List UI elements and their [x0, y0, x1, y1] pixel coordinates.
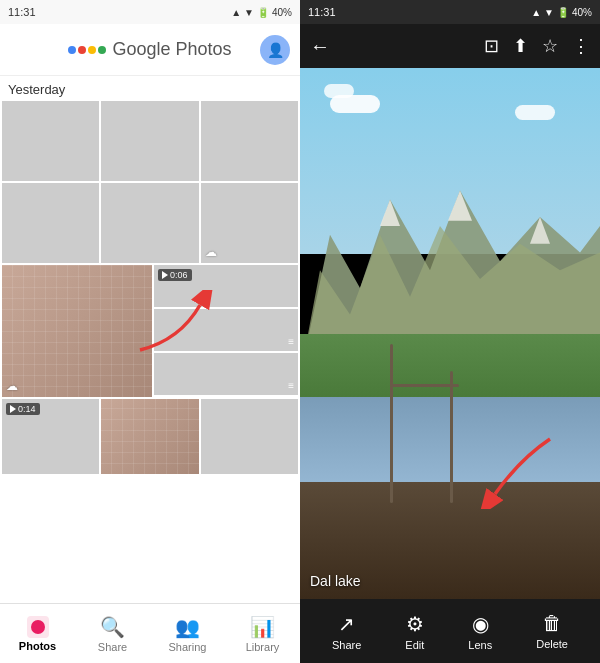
cloud-icon-2: ☁	[6, 379, 18, 393]
toolbar-lens[interactable]: ◉ Lens	[468, 612, 492, 651]
photo-label: Dal lake	[310, 573, 361, 589]
search-nav-icon: 🔍	[100, 615, 125, 639]
delete-icon: 🗑	[542, 612, 562, 635]
battery-percent-right: 40%	[572, 7, 592, 18]
video-badge-1: 0:06	[158, 269, 192, 281]
photo-cell-9[interactable]	[201, 399, 298, 474]
hamburger-icon-2: ≡	[288, 380, 294, 391]
logo-dots	[68, 46, 106, 54]
header-action-icons: ⊡ ⬆ ☆ ⋮	[484, 35, 590, 57]
header-right: ← ⊡ ⬆ ☆ ⋮	[300, 24, 600, 68]
cast-icon[interactable]: ⊡	[484, 35, 499, 57]
nav-bar: Photos 🔍 Share 👥 Sharing 📊 Library	[0, 603, 300, 663]
photo-view-main[interactable]: Dal lake	[300, 68, 600, 599]
signal-icon: ▲	[231, 7, 241, 18]
nav-item-library[interactable]: 📊 Library	[225, 604, 300, 663]
photo-cell-lake-1[interactable]: 0:06	[154, 265, 298, 307]
battery-icon-right: 🔋	[557, 7, 569, 18]
play-icon-2	[10, 405, 16, 413]
logo-dot-yellow	[88, 46, 96, 54]
photo-grid: Yesterday ☁ ☁ 0:06	[0, 76, 300, 603]
nav-label-photos: Photos	[19, 640, 56, 652]
status-bar-left: 11:31 ▲ ▼ 🔋 40%	[0, 0, 300, 24]
row-a	[0, 101, 300, 183]
hamburger-icon: ≡	[288, 336, 294, 347]
header-left: Google Photos 👤	[0, 24, 300, 76]
nav-label-sharing: Sharing	[169, 641, 207, 653]
boat-rail-2	[450, 371, 453, 504]
right-panel: 11:31 ▲ ▼ 🔋 40% ← ⊡ ⬆ ☆ ⋮	[300, 0, 600, 663]
google-photos-logo: Google Photos	[68, 39, 231, 60]
logo-dot-red	[78, 46, 86, 54]
row-b: ☁ 0:06 ≡ ≡	[0, 265, 300, 397]
left-panel: 11:31 ▲ ▼ 🔋 40% Google Photos 👤 Yesterda…	[0, 0, 300, 663]
photo-cell-6[interactable]: ☁	[201, 183, 298, 263]
boat-rail-h	[390, 384, 459, 387]
row-a2: ☁	[0, 183, 300, 265]
toolbar-share[interactable]: ↗ Share	[332, 612, 361, 651]
battery-percent-left: 40%	[272, 7, 292, 18]
more-icon[interactable]: ⋮	[572, 35, 590, 57]
nav-item-sharing[interactable]: 👥 Sharing	[150, 604, 225, 663]
logo-dot-blue	[68, 46, 76, 54]
battery-icon: 🔋	[257, 7, 269, 18]
video-badge-2: 0:14	[6, 403, 40, 415]
play-icon	[162, 271, 168, 279]
delete-label: Delete	[536, 638, 568, 650]
photo-cell-2[interactable]	[101, 101, 198, 181]
cloud-2	[515, 105, 555, 120]
nav-label-library: Library	[246, 641, 280, 653]
star-icon[interactable]: ☆	[542, 35, 558, 57]
back-button[interactable]: ←	[310, 35, 330, 58]
signal-icon-right: ▲	[531, 7, 541, 18]
library-nav-icon: 📊	[250, 615, 275, 639]
logo-dot-green	[98, 46, 106, 54]
row-b-right: 0:06 ≡ ≡	[154, 265, 298, 395]
photo-cell-mountain[interactable]: ≡	[154, 309, 298, 351]
share-label: Share	[332, 639, 361, 651]
wifi-icon-right: ▼	[544, 7, 554, 18]
sharing-nav-icon: 👥	[175, 615, 200, 639]
nav-label-search: Share	[98, 641, 127, 653]
photos-nav-icon	[27, 616, 49, 638]
date-label: Yesterday	[0, 76, 300, 101]
photo-cell-5[interactable]	[101, 183, 198, 263]
photos-icon-inner	[31, 620, 45, 634]
nav-item-search[interactable]: 🔍 Share	[75, 604, 150, 663]
nav-item-photos[interactable]: Photos	[0, 604, 75, 663]
boat-rail	[390, 344, 393, 503]
photo-cell-4[interactable]	[2, 183, 99, 263]
photo-cell-1[interactable]	[2, 101, 99, 181]
status-icons-left: ▲ ▼ 🔋 40%	[231, 7, 292, 18]
status-time-right: 11:31	[308, 6, 336, 18]
photo-cell-7[interactable]: 0:14	[2, 399, 99, 474]
status-icons-right: ▲ ▼ 🔋 40%	[531, 7, 592, 18]
edit-label: Edit	[405, 639, 424, 651]
lens-label: Lens	[468, 639, 492, 651]
share-icon: ↗	[338, 612, 355, 636]
bottom-toolbar: ↗ Share ⚙ Edit ◉ Lens 🗑 Delete	[300, 599, 600, 663]
photo-cell-3[interactable]	[201, 101, 298, 181]
toolbar-edit[interactable]: ⚙ Edit	[405, 612, 424, 651]
upload-icon[interactable]: ⬆	[513, 35, 528, 57]
avatar-button[interactable]: 👤	[260, 35, 290, 65]
photo-cell-large[interactable]: ☁	[2, 265, 152, 397]
row-c: 0:14	[0, 399, 300, 476]
toolbar-delete[interactable]: 🗑 Delete	[536, 612, 568, 650]
app-title: Google Photos	[112, 39, 231, 60]
photo-cell-lake-2[interactable]: ≡	[154, 353, 298, 395]
lens-icon: ◉	[472, 612, 489, 636]
edit-icon: ⚙	[406, 612, 424, 636]
cloud-icon: ☁	[205, 245, 217, 259]
wifi-icon: ▼	[244, 7, 254, 18]
cloud-1a	[324, 84, 354, 98]
lake-photo	[300, 68, 600, 599]
status-bar-right: 11:31 ▲ ▼ 🔋 40%	[300, 0, 600, 24]
photo-cell-8[interactable]	[101, 399, 198, 474]
status-time-left: 11:31	[8, 6, 36, 18]
